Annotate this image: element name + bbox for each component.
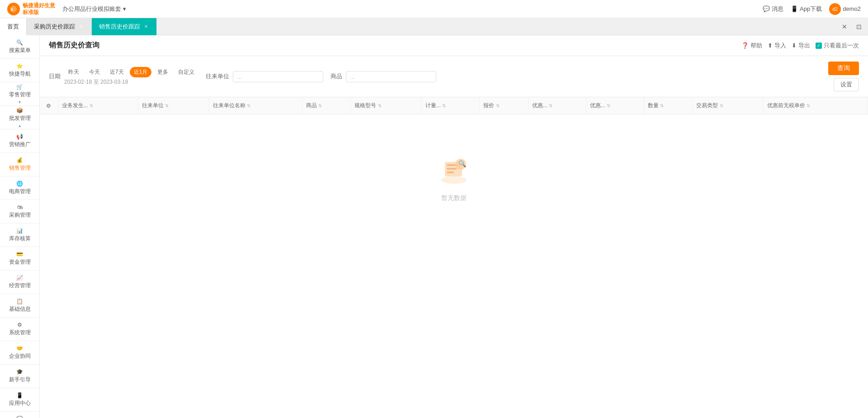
- sidebar-item-enterprise-collab[interactable]: 🤝 企业协同: [0, 341, 39, 365]
- sidebar-item-wholesale-mgmt[interactable]: 📦 批发管理 ▴: [0, 106, 39, 129]
- svg-rect-5: [447, 168, 457, 170]
- data-table: ⚙ 业务发生... ⇅ 往来单位 ⇅ 往来单位名称 ⇅: [40, 97, 868, 114]
- query-button[interactable]: 查询: [828, 62, 859, 75]
- svg-text:🔍: 🔍: [458, 160, 467, 168]
- show-last-once-checkbox[interactable]: 只看最后一次: [816, 42, 859, 50]
- logo-area: 6 畅捷通好生意 标准版: [7, 2, 55, 15]
- th-supplier[interactable]: 往来单位 ⇅: [138, 97, 209, 114]
- inventory-icon: 📊: [16, 228, 23, 234]
- checkbox-icon: [816, 43, 822, 49]
- svg-text:6: 6: [11, 7, 13, 11]
- window-controls: ✕ ⊡: [839, 21, 868, 32]
- date-btn-more[interactable]: 更多: [153, 67, 172, 77]
- sidebar-item-sys-settings[interactable]: ⚙ 系统管理: [0, 318, 39, 341]
- close-tab-purchase[interactable]: ✕: [78, 24, 84, 30]
- th-supplier-name[interactable]: 往来单位名称 ⇅: [209, 97, 302, 114]
- download-icon: 📱: [791, 5, 798, 12]
- sort-icon: ⇅: [165, 103, 169, 108]
- sidebar-item-mkt-promo[interactable]: 📢 营销推广: [0, 129, 39, 153]
- sidebar-item-new-guide[interactable]: 🎓 新手引导: [0, 365, 39, 388]
- page-header-actions: ❓ 帮助 ⬆ 导入 ⬇ 导出 只看最后一次: [741, 42, 859, 55]
- sidebar-item-app-center[interactable]: 📱 应用中心: [0, 388, 39, 412]
- maximize-window-btn[interactable]: ⊡: [854, 21, 864, 32]
- sort-icon: ⇅: [90, 103, 93, 108]
- sidebar-item-search-menu[interactable]: 🔍 搜索菜单: [0, 35, 39, 59]
- finance-icon: 💳: [16, 251, 23, 257]
- th-gear[interactable]: ⚙: [40, 97, 58, 114]
- tab-bar: 首页 采购历史价跟踪 ✕ 销售历史价跟踪 ✕ ✕ ⊡: [0, 18, 868, 35]
- basic-icon: 📋: [16, 298, 23, 304]
- sort-icon: ⇅: [549, 103, 552, 108]
- sort-icon: ⇅: [720, 103, 723, 108]
- th-qty[interactable]: 数量 ⇅: [644, 97, 693, 114]
- top-bar: 6 畅捷通好生意 标准版 办公用品行业模拟账套 ▾ 💬 消息 📱 App下载 d…: [0, 0, 868, 18]
- message-action[interactable]: 💬 消息: [763, 5, 783, 13]
- import-action[interactable]: ⬆ 导入: [768, 42, 786, 50]
- collab-icon: 🤝: [16, 345, 23, 352]
- th-unit[interactable]: 计量... ⇅: [422, 97, 480, 114]
- sidebar-item-finance-mgmt[interactable]: 💳 资金管理: [0, 247, 39, 271]
- user-profile[interactable]: d2 demo2: [829, 3, 861, 15]
- goods-input[interactable]: ...: [346, 71, 436, 82]
- th-pre-discount-price[interactable]: 优惠前无税单价 ⇅: [764, 97, 868, 114]
- logo-icon: 6: [7, 3, 20, 15]
- page-title: 销售历史价查询: [49, 41, 99, 56]
- sidebar: 🔍 搜索菜单 ⭐ 快捷导航 🛒 零售管理 ▾ 📦 批发管理 ▴ 📢 营销推广 💰…: [0, 35, 40, 418]
- tab-purchase-history[interactable]: 采购历史价跟踪 ✕: [27, 18, 92, 35]
- sidebar-item-purchase-mgmt[interactable]: 🛍 采购管理: [0, 200, 39, 223]
- promo-icon: 📢: [16, 133, 23, 140]
- nav-icon: ⭐: [16, 63, 23, 69]
- sort-icon: ⇅: [378, 103, 382, 108]
- supplier-input[interactable]: ...: [233, 71, 323, 82]
- filter-actions: 查询 设置: [828, 62, 859, 91]
- help-icon: ❓: [741, 42, 749, 49]
- export-action[interactable]: ⬇ 导出: [792, 42, 810, 50]
- date-btn-today[interactable]: 今天: [85, 67, 104, 77]
- import-icon: ⬆: [768, 42, 773, 49]
- filter-bar: 日期 昨天 今天 近7天 近1月 更多 自定义 2023-02-18 至 202…: [40, 56, 868, 97]
- empty-illustration: 🔍: [436, 151, 472, 187]
- sys-icon: ⚙: [17, 322, 22, 328]
- settings-button[interactable]: 设置: [834, 78, 859, 91]
- goods-label: 商品: [330, 72, 342, 81]
- sidebar-item-retail-mgmt[interactable]: 🛒 零售管理 ▾: [0, 82, 39, 106]
- date-btn-custom[interactable]: 自定义: [174, 67, 198, 77]
- th-trade-type[interactable]: 交易类型 ⇅: [693, 97, 764, 114]
- sidebar-item-enterprise-wechat[interactable]: 💬 企业微信: [0, 412, 39, 418]
- sidebar-item-quick-nav[interactable]: ⭐ 快捷导航: [0, 59, 39, 82]
- sort-icon: ⇅: [442, 103, 446, 108]
- close-window-btn[interactable]: ✕: [839, 21, 850, 32]
- sidebar-item-basic-info[interactable]: 📋 基础信息: [0, 294, 39, 318]
- sidebar-item-sales-mgmt[interactable]: 💰 销售管理: [0, 153, 39, 176]
- th-spec[interactable]: 规格型号 ⇅: [351, 97, 422, 114]
- tab-home[interactable]: 首页: [0, 18, 27, 35]
- table-header-row: ⚙ 业务发生... ⇅ 往来单位 ⇅ 往来单位名称 ⇅: [40, 97, 868, 114]
- date-btn-last7[interactable]: 近7天: [106, 67, 128, 77]
- th-goods[interactable]: 商品 ⇅: [302, 97, 351, 114]
- app-selector[interactable]: 办公用品行业模拟账套 ▾: [59, 3, 130, 15]
- close-tab-sales[interactable]: ✕: [143, 24, 149, 30]
- main-layout: 🔍 搜索菜单 ⭐ 快捷导航 🛒 零售管理 ▾ 📦 批发管理 ▴ 📢 营销推广 💰…: [0, 35, 868, 418]
- help-action[interactable]: ❓ 帮助: [741, 42, 762, 50]
- sidebar-item-ecommerce-mgmt[interactable]: 🌐 电商管理: [0, 176, 39, 200]
- date-btn-yesterday[interactable]: 昨天: [64, 67, 83, 77]
- retail-icon: 🛒: [16, 84, 23, 90]
- table-container: ⚙ 业务发生... ⇅ 往来单位 ⇅ 往来单位名称 ⇅: [40, 97, 868, 418]
- th-discount2[interactable]: 优惠... ⇅: [586, 97, 644, 114]
- date-btn-1month[interactable]: 近1月: [130, 67, 152, 77]
- supplier-filter-group: 往来单位 ...: [206, 71, 323, 82]
- th-biz-date[interactable]: 业务发生... ⇅: [58, 97, 138, 114]
- date-filter-wrap: 昨天 今天 近7天 近1月 更多 自定义 2023-02-18 至 2023-0…: [64, 67, 198, 86]
- wholesale-icon: 📦: [16, 107, 23, 114]
- sort-icon: ⇅: [807, 103, 810, 108]
- th-quote[interactable]: 报价 ⇅: [480, 97, 528, 114]
- sidebar-item-ops-mgmt[interactable]: 📈 经营管理: [0, 271, 39, 294]
- app-download-action[interactable]: 📱 App下载: [791, 5, 822, 13]
- chevron-down-icon: ▾: [19, 100, 21, 104]
- ops-icon: 📈: [16, 275, 23, 281]
- th-discount1[interactable]: 优惠... ⇅: [528, 97, 586, 114]
- date-range-display: 2023-02-18 至 2023-03-18: [64, 78, 198, 86]
- export-icon: ⬇: [792, 42, 797, 49]
- tab-sales-history[interactable]: 销售历史价跟踪 ✕: [92, 18, 157, 35]
- sidebar-item-inventory[interactable]: 📊 库存核算: [0, 223, 39, 247]
